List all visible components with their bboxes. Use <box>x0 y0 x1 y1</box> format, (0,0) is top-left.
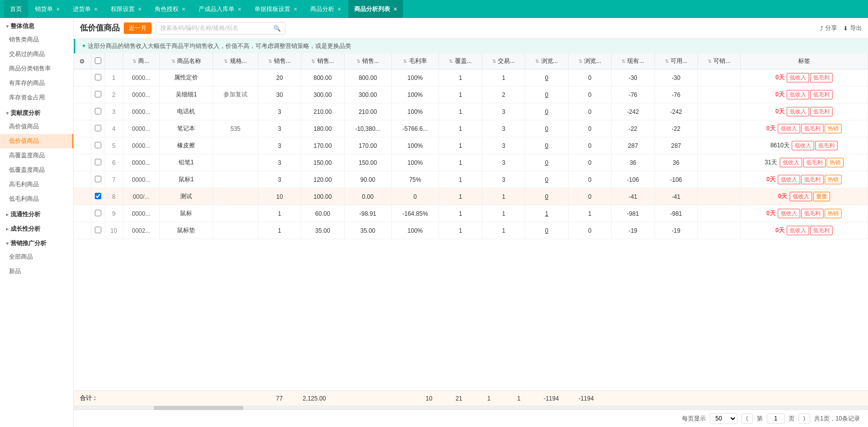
sidebar-group-liquidity[interactable]: ▸ 流通性分析 <box>0 206 73 221</box>
code-cell[interactable]: 0000... <box>123 86 160 103</box>
browse1-cell[interactable]: 0 <box>525 171 568 188</box>
browse1-value[interactable]: 0 <box>545 91 549 98</box>
nav-purchase-order[interactable]: 进货单 ✕ <box>67 0 104 18</box>
row-checkbox[interactable] <box>95 176 101 182</box>
checkbox-cell[interactable] <box>91 222 105 239</box>
sidebar-group-marketing[interactable]: ▾ 营销推广分析 <box>0 235 73 250</box>
sidebar-item-all-goods[interactable]: 全部商品 <box>0 250 73 264</box>
browse1-value[interactable]: 0 <box>545 74 549 81</box>
nav-sales-order-close[interactable]: ✕ <box>56 6 60 12</box>
browse1-cell[interactable]: 0 <box>525 188 568 205</box>
nav-home[interactable]: 首页 <box>4 0 28 18</box>
nav-product-analysis-list-close[interactable]: ✕ <box>393 6 397 12</box>
sidebar-group-overall[interactable]: ▾ 整体信息 <box>0 18 73 32</box>
spec-column-header[interactable]: ⇅ 规格... <box>213 53 258 69</box>
checkbox-cell[interactable] <box>91 86 105 103</box>
code-cell[interactable]: 0000... <box>123 171 160 188</box>
browse1-column-header[interactable]: ⇅ 浏览... <box>525 53 568 69</box>
code-cell[interactable]: 000/... <box>123 188 160 205</box>
name-cell[interactable]: 铅笔1 <box>160 154 213 171</box>
row-checkbox[interactable] <box>95 74 101 80</box>
checkbox-cell[interactable] <box>91 188 105 205</box>
browse1-value[interactable]: 0 <box>545 125 549 132</box>
name-cell[interactable]: 笔记本 <box>160 120 213 137</box>
available-column-header[interactable]: ⇅ 可用... <box>654 53 697 69</box>
nav-role-auth[interactable]: 角色授权 ✕ <box>149 0 192 18</box>
trade-count-column-header[interactable]: ⇅ 交易... <box>482 53 525 69</box>
nav-product-entry[interactable]: 产成品入库单 ✕ <box>193 0 247 18</box>
browse1-value[interactable]: 0 <box>545 142 549 149</box>
browse1-cell[interactable]: 0 <box>525 86 568 103</box>
name-cell[interactable]: 鼠标垫 <box>160 222 213 239</box>
name-cell[interactable]: 鼠标 <box>160 205 213 222</box>
browse1-cell[interactable]: 0 <box>525 222 568 239</box>
sidebar-item-inventory-capital[interactable]: 库存资金占用 <box>0 90 73 105</box>
code-cell[interactable]: 0000... <box>123 154 160 171</box>
browse1-cell[interactable]: 0 <box>525 137 568 154</box>
row-checkbox[interactable] <box>95 210 101 216</box>
nav-permissions[interactable]: 权限设置 ✕ <box>105 0 148 18</box>
coverage-column-header[interactable]: ⇅ 覆盖... <box>439 53 482 69</box>
checkbox-cell[interactable] <box>91 69 105 86</box>
sidebar-group-growth[interactable]: ▸ 成长性分析 <box>0 221 73 235</box>
sales-profit-column-header[interactable]: ⇅ 销售... <box>344 53 391 69</box>
share-button[interactable]: ⤴ 分享 <box>820 24 837 32</box>
row-checkbox[interactable] <box>95 142 101 148</box>
nav-template-settings-close[interactable]: ✕ <box>293 6 297 12</box>
name-cell[interactable]: 橡皮擦 <box>160 137 213 154</box>
nav-purchase-order-close[interactable]: ✕ <box>94 6 98 12</box>
settings-column-header[interactable]: ⚙ <box>74 53 91 69</box>
name-column-header[interactable]: ⇅ 商品名称 <box>160 53 213 69</box>
name-cell[interactable]: 电话机 <box>160 103 213 120</box>
browse1-cell[interactable]: 0 <box>525 120 568 137</box>
browse2-column-header[interactable]: ⇅ 浏览... <box>568 53 611 69</box>
search-icon[interactable]: 🔍 <box>273 25 281 32</box>
nav-role-auth-close[interactable]: ✕ <box>182 6 186 12</box>
checkbox-cell[interactable] <box>91 103 105 120</box>
code-column-header[interactable]: ⇅ 商... <box>123 53 160 69</box>
row-checkbox[interactable] <box>95 91 101 97</box>
name-cell[interactable]: 属性定价 <box>160 69 213 86</box>
browse1-cell[interactable]: 0 <box>525 154 568 171</box>
code-cell[interactable]: 0000... <box>123 137 160 154</box>
sales-qty-column-header[interactable]: ⇅ 销售... <box>258 53 301 69</box>
gross-rate-column-header[interactable]: ⇅ 毛利率 <box>391 53 438 69</box>
browse1-cell[interactable]: 0 <box>525 69 568 86</box>
code-cell[interactable]: 0000... <box>123 103 160 120</box>
sidebar-item-low-coverage[interactable]: 低覆盖度商品 <box>0 163 73 177</box>
checkbox-cell[interactable] <box>91 154 105 171</box>
sidebar-item-traded-goods[interactable]: 交易过的商品 <box>0 47 73 61</box>
nav-product-analysis-close[interactable]: ✕ <box>337 6 341 12</box>
sidebar-item-high-coverage[interactable]: 高覆盖度商品 <box>0 148 73 163</box>
current-column-header[interactable]: ⇅ 现有... <box>612 53 654 69</box>
horizontal-scrollbar[interactable] <box>74 406 868 410</box>
browse1-cell[interactable]: 1 <box>525 205 568 222</box>
next-page-button[interactable]: ⟩ <box>799 414 810 424</box>
sidebar-item-low-value[interactable]: 低价值商品 <box>0 134 73 148</box>
browse1-value[interactable]: 1 <box>545 210 549 217</box>
checkbox-cell[interactable] <box>91 171 105 188</box>
row-checkbox[interactable] <box>95 159 101 165</box>
sidebar-item-sales-goods[interactable]: 销售类商品 <box>0 32 73 47</box>
name-cell[interactable]: 鼠标1 <box>160 171 213 188</box>
browse1-value[interactable]: 0 <box>545 108 549 115</box>
name-cell[interactable]: 吴细细1 <box>160 86 213 103</box>
row-checkbox[interactable] <box>95 108 101 114</box>
row-checkbox[interactable] <box>95 193 101 199</box>
row-checkbox[interactable] <box>95 125 101 131</box>
code-cell[interactable]: 0000... <box>123 205 160 222</box>
sidebar-item-low-profit[interactable]: 低毛利商品 <box>0 192 73 206</box>
scrollbar-thumb[interactable] <box>154 406 243 410</box>
nav-permissions-close[interactable]: ✕ <box>138 6 142 12</box>
row-checkbox[interactable] <box>95 227 101 233</box>
sales-amount-column-header[interactable]: ⇅ 销售... <box>301 53 344 69</box>
browse1-value[interactable]: 0 <box>545 176 549 183</box>
nav-product-analysis-list[interactable]: 商品分析列表 ✕ <box>348 0 403 18</box>
select-all-checkbox[interactable] <box>95 57 101 64</box>
nav-template-settings[interactable]: 单据模板设置 ✕ <box>248 0 303 18</box>
search-box[interactable]: 搜索条码/编码/名称/规格/别名 🔍 <box>156 22 285 34</box>
sidebar-item-high-profit[interactable]: 高毛利商品 <box>0 177 73 192</box>
sidebar-item-category-sales-rate[interactable]: 商品分类销售率 <box>0 61 73 76</box>
code-cell[interactable]: 0000... <box>123 69 160 86</box>
code-cell[interactable]: 0000... <box>123 120 160 137</box>
